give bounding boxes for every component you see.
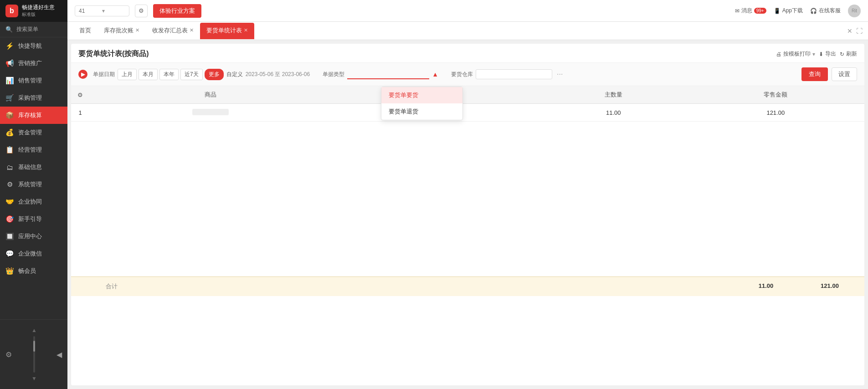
topbar-left: 41 ▾ ⚙ 体验行业方案 — [75, 4, 201, 18]
grid-icon: 🔲 — [5, 232, 14, 241]
selector-arrow-icon: ▾ — [102, 8, 125, 14]
company-selector[interactable]: 41 ▾ — [75, 5, 129, 16]
col-header-settings[interactable]: ⚙ — [71, 86, 89, 104]
app-download-btn[interactable]: 📱 App下载 — [774, 7, 803, 15]
table-container: ⚙ 商品 主计量单位 主数量 零售金额 1 — [71, 86, 864, 122]
sidebar-scroll: ▲ ▼ — [31, 324, 38, 384]
print-btn[interactable]: 🖨 按模板打印 ▾ — [776, 50, 815, 58]
export-icon: ⬇ — [819, 51, 823, 57]
date-custom-btn[interactable]: 自定义 — [226, 71, 243, 78]
print-arrow-icon: ▾ — [812, 51, 815, 57]
scroll-down-arrow[interactable]: ▼ — [31, 374, 38, 383]
chart-icon: 📊 — [5, 77, 14, 85]
tab-maximize-btn[interactable]: ⛶ — [856, 27, 863, 35]
date-filter-group: 单据日期 上月 本月 本年 近7天 更多 自定义 2023-05-06 至 20… — [93, 69, 310, 80]
sidebar-item-quick-nav[interactable]: ⚡ 快捷导航 — [0, 37, 67, 55]
dropdown-item-0[interactable]: 要货单要货 — [381, 87, 462, 103]
page-header: 要货单统计表(按商品) 🖨 按模板打印 ▾ ⬇ 导出 ↻ 刷新 — [71, 44, 864, 63]
sidebar-collapse-icon[interactable]: ◀ — [56, 350, 62, 359]
tabs-actions: ✕ ⛶ — [847, 27, 863, 35]
scroll-track — [33, 336, 35, 373]
topbar: 41 ▾ ⚙ 体验行业方案 ✉ 消息 99+ 📱 App下载 🎧 在线客服 Ri… — [67, 0, 868, 22]
tab-shipment-summary[interactable]: 收发存汇总表 ✕ — [146, 23, 200, 39]
refresh-btn[interactable]: ↻ 刷新 — [840, 50, 857, 58]
money-icon: 💰 — [5, 128, 14, 137]
date-last-month-btn[interactable]: 上月 — [118, 69, 137, 80]
footer-total-label: 合计 — [106, 282, 118, 291]
cell-no: 1 — [71, 104, 89, 122]
search-icon: 🔍 — [5, 26, 13, 33]
message-icon: ✉ — [735, 8, 740, 14]
setting-btn[interactable]: 设置 — [832, 67, 857, 81]
table-header-row: ⚙ 商品 主计量单位 主数量 零售金额 — [71, 86, 864, 104]
refresh-icon: ↻ — [840, 51, 844, 57]
trial-btn[interactable]: 体验行业方案 — [153, 4, 201, 18]
clipboard-icon: 📋 — [5, 146, 14, 154]
date-more-btn[interactable]: 更多 — [205, 69, 224, 80]
sidebar-item-system[interactable]: ⚙ 系统管理 — [0, 176, 67, 193]
date-last-7days-btn[interactable]: 近7天 — [180, 69, 203, 80]
sidebar-search[interactable]: 🔍 搜索菜单 — [0, 22, 67, 37]
type-filter-input[interactable] — [347, 70, 429, 79]
dropdown-item-1[interactable]: 要货单退货 — [381, 103, 462, 120]
sidebar-item-guide[interactable]: 🎯 新手引导 — [0, 210, 67, 228]
query-btn[interactable]: 查询 — [801, 67, 828, 81]
footer-quantity: 11.00 — [759, 282, 774, 289]
tab-close-all-btn[interactable]: ✕ — [847, 27, 853, 35]
sidebar-item-enterprise[interactable]: 🤝 企业协同 — [0, 193, 67, 210]
tab-home[interactable]: 首页 — [73, 23, 98, 39]
messages-btn[interactable]: ✉ 消息 99+ — [735, 7, 766, 15]
scroll-up-arrow[interactable]: ▲ — [31, 326, 38, 334]
logo-text: 畅捷通好生意 标准版 — [22, 4, 55, 18]
sidebar-item-marketing[interactable]: 📢 营销推广 — [0, 55, 67, 72]
online-service-btn[interactable]: 🎧 在线客服 — [810, 7, 841, 15]
crown-icon: 👑 — [5, 267, 14, 275]
type-filter-group: 单据类型 ▲ — [323, 70, 438, 79]
type-filter-label: 单据类型 — [323, 71, 344, 78]
sidebar-settings-icon[interactable]: ⚙ — [5, 350, 12, 359]
col-header-product: 商品 — [89, 86, 332, 104]
sidebar-item-finance[interactable]: 💰 资金管理 — [0, 124, 67, 141]
topbar-gear-btn[interactable]: ⚙ — [135, 5, 148, 17]
tab-order-stats[interactable]: 要货单统计表 ✕ — [200, 23, 254, 39]
sidebar-item-basics[interactable]: 🗂 基础信息 — [0, 159, 67, 176]
folder-icon: 🗂 — [5, 164, 14, 171]
footer-amount: 121.00 — [821, 282, 839, 289]
handshake-icon: 🤝 — [5, 198, 14, 206]
warehouse-filter-input[interactable] — [476, 69, 552, 79]
page-content: 要货单统计表(按商品) 🖨 按模板打印 ▾ ⬇ 导出 ↻ 刷新 ▶ — [71, 44, 864, 385]
type-dropdown: 要货单要货 要货单退货 — [381, 87, 463, 120]
sidebar-item-apps[interactable]: 🔲 应用中心 — [0, 228, 67, 245]
cell-quantity: 11.00 — [540, 104, 687, 122]
tab-close-batch-inventory[interactable]: ✕ — [135, 27, 139, 33]
sidebar-item-sales[interactable]: 📊 销售管理 — [0, 72, 67, 89]
export-btn[interactable]: ⬇ 导出 — [819, 50, 836, 58]
data-table: ⚙ 商品 主计量单位 主数量 零售金额 1 — [71, 86, 864, 122]
chat-icon: 💬 — [5, 250, 14, 258]
headset-icon: 🎧 — [810, 8, 817, 14]
date-this-month-btn[interactable]: 本月 — [139, 69, 158, 80]
filter-expand-btn[interactable]: ▶ — [78, 70, 87, 79]
column-settings-icon[interactable]: ⚙ — [77, 92, 83, 98]
sidebar-item-wechat[interactable]: 💬 企业微信 — [0, 245, 67, 262]
sidebar-item-purchase[interactable]: 🛒 采购管理 — [0, 89, 67, 107]
tab-close-shipment-summary[interactable]: ✕ — [190, 27, 194, 33]
date-this-year-btn[interactable]: 本年 — [159, 69, 179, 80]
sidebar-item-operations[interactable]: 📋 经营管理 — [0, 141, 67, 159]
tab-batch-inventory[interactable]: 库存批次账 ✕ — [98, 23, 146, 39]
sidebar-item-inventory[interactable]: 📦 库存核算 — [0, 107, 67, 124]
sidebar: b 畅捷通好生意 标准版 🔍 搜索菜单 ⚡ 快捷导航 📢 营销推广 📊 销售管理… — [0, 0, 67, 389]
filter-more-options-btn[interactable]: ··· — [557, 70, 563, 78]
lightning-icon: ⚡ — [5, 42, 14, 50]
type-filter-arrow[interactable]: ▲ — [432, 71, 438, 78]
logo-icon: b — [5, 5, 18, 17]
tab-close-order-stats[interactable]: ✕ — [244, 27, 248, 33]
tabs-bar: 首页 库存批次账 ✕ 收发存汇总表 ✕ 要货单统计表 ✕ ✕ ⛶ — [67, 22, 868, 40]
date-filter-label: 单据日期 — [93, 71, 115, 78]
warehouse-filter-group: 要货仓库 ··· — [451, 69, 563, 79]
phone-icon: 📱 — [774, 8, 781, 14]
sidebar-item-member[interactable]: 👑 畅会员 — [0, 262, 67, 280]
filter-bar: ▶ 单据日期 上月 本月 本年 近7天 更多 自定义 2023-05-06 至 … — [71, 63, 864, 86]
cell-amount: 121.00 — [687, 104, 864, 122]
avatar[interactable]: Rit — [848, 5, 861, 17]
